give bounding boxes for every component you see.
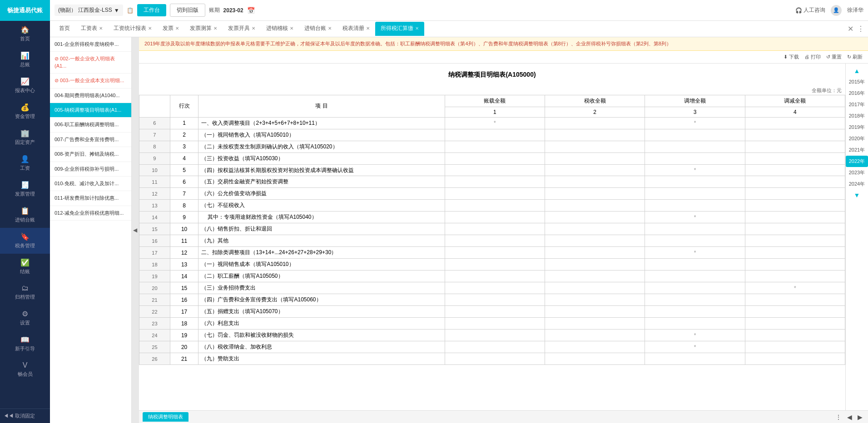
tab-payroll-close[interactable]: ✕ — [99, 26, 103, 31]
unpin-button[interactable]: ◀◀ 取消固定 — [0, 408, 50, 423]
table-container[interactable]: 纳税调整项目明细表(A105000) 全额单位：元 — [139, 64, 845, 411]
print-button[interactable]: 🖨 打印 — [804, 54, 821, 60]
table-row: 11 6 （五）交易性金融资产初始投资调整 — [139, 176, 845, 188]
workbench-button[interactable]: 工作台 — [137, 4, 166, 16]
left-panel-item-005[interactable]: 005-纳税调整项目明细表(A1... — [50, 103, 131, 118]
year-item-2021[interactable]: 2021年 — [846, 144, 868, 156]
sidebar-item-report-center[interactable]: 📈 报表中心 — [0, 73, 50, 98]
left-panel-item-010[interactable]: 010-免税、减计收入及加计... — [50, 177, 131, 191]
scroll-right-icon[interactable]: ▶ — [856, 413, 864, 422]
year-down-arrow[interactable]: ▼ — [852, 190, 862, 201]
row-v4-9 — [745, 212, 845, 223]
tab-payroll-report-close[interactable]: ✕ — [148, 26, 152, 31]
tab-invoice-calc[interactable]: 发票测算 ✕ — [184, 22, 223, 36]
tab-income-tax-close[interactable]: ✕ — [415, 26, 419, 31]
main-content: (物副） 江西股金-LSS ▼ 📋 工作台 切到旧版 账期 2023-02 📅 … — [50, 0, 868, 423]
download-button[interactable]: ⬇ 下载 — [784, 54, 799, 60]
left-panel-item-001[interactable]: 001-企业所得税年度纳税申... — [50, 37, 131, 52]
left-panel-item-009[interactable]: 009-企业所得税弥补亏损明... — [50, 162, 131, 177]
year-item-2024[interactable]: 2024年 — [846, 178, 868, 190]
year-item-2020[interactable]: 2020年 — [846, 133, 868, 144]
row-v4-15: * — [745, 282, 845, 294]
tab-invoice-close[interactable]: ✕ — [175, 26, 179, 31]
left-panel-item-012[interactable]: 012-减免企业所得税优惠明细... — [50, 206, 131, 221]
left-panel-item-007[interactable]: 007-广告费和业务宣传费明... — [50, 133, 131, 147]
left-panel-item-004[interactable]: 004-期间费用明细表(A1040... — [50, 89, 131, 103]
switch-old-button[interactable]: 切到旧版 — [170, 4, 205, 17]
tab-purchase-audit-close[interactable]: ✕ — [290, 26, 293, 31]
row-v2-11 — [545, 235, 645, 247]
reset-button[interactable]: ↺ 重置 — [826, 54, 842, 60]
tab-invoice-calc-close[interactable]: ✕ — [213, 26, 217, 31]
row-v1-13 — [445, 259, 545, 271]
spreadsheet-area: 2019年度涉及取以前年度继续数据的申报表单元格需要手工维护正确，才能保证本年及… — [139, 37, 868, 423]
year-item-2016[interactable]: 2016年 — [846, 88, 868, 99]
sidebar-item-general-ledger[interactable]: 📊 总账 — [0, 47, 50, 73]
tab-invoice-calc-label: 发票测算 — [190, 25, 212, 32]
sidebar-item-archive-mgmt[interactable]: 🗂 归档管理 — [0, 280, 50, 305]
row-item-6: （五）交易性金融资产初始投资调整 — [198, 176, 445, 188]
panel-toggle[interactable]: ◀ — [132, 37, 139, 423]
col-sub-4: 4 — [745, 107, 845, 117]
left-panel-item-002[interactable]: ⊘ 002-一般企业收入明细表(A1... — [50, 52, 131, 74]
left-panel-item-006[interactable]: 006-职工薪酬纳税调整明细... — [50, 118, 131, 132]
sidebar-item-settlement[interactable]: ✅ 结账 — [0, 254, 50, 280]
sidebar-item-new-guide[interactable]: 📖 新手引导 — [0, 331, 50, 357]
left-panel-item-008[interactable]: 008-资产折旧、摊销及纳税... — [50, 147, 131, 162]
more-icon[interactable]: ⋮ — [857, 25, 864, 33]
year-item-2019[interactable]: 2019年 — [846, 122, 868, 133]
tab-tax-list-close[interactable]: ✕ — [366, 26, 370, 31]
left-panel-item-011[interactable]: 011-研发费用加计扣除优惠... — [50, 191, 131, 206]
home-icon: 🏠 — [20, 25, 30, 34]
scroll-left-icon[interactable]: ◀ — [845, 413, 854, 422]
tab-purchase-ledger[interactable]: 进销台账 ✕ — [299, 22, 337, 36]
tab-purchase-ledger-close[interactable]: ✕ — [328, 26, 332, 31]
scroll-left-btn[interactable]: ⋮ — [833, 413, 843, 422]
tab-payroll-report-label: 工资统计报表 — [114, 25, 146, 32]
year-item-2015[interactable]: 2015年 — [846, 76, 868, 88]
sidebar-item-payroll[interactable]: 👤 工资 — [0, 150, 50, 176]
sidebar-item-home[interactable]: 🏠 首页 — [0, 21, 50, 47]
row-item-15: （三）业务招待费支出 — [198, 282, 445, 294]
col-sub-1: 1 — [445, 107, 545, 117]
tab-purchase-audit[interactable]: 进销稽核 ✕ — [261, 22, 299, 36]
tab-invoice-open[interactable]: 发票开具 ✕ — [223, 22, 261, 36]
row-v4-18 — [745, 318, 845, 330]
tab-payroll[interactable]: 工资表 ✕ — [75, 22, 108, 36]
company-selector[interactable]: (物副） 江西股金-LSS ▼ — [55, 5, 123, 16]
table-row: 6 1 一、收入类调整项目（2+3+4+5+6+7+8+10+11） * * — [139, 117, 845, 129]
content-area: 001-企业所得税年度纳税申... ⊘ 002-一般企业收入明细表(A1... … — [50, 37, 868, 423]
sidebar-item-vip[interactable]: V 畅会员 — [0, 357, 50, 382]
sidebar-item-settings[interactable]: ⚙ 设置 — [0, 305, 50, 331]
table-title-row: 纳税调整项目明细表(A105000) — [139, 67, 845, 83]
tab-invoice[interactable]: 发票 ✕ — [157, 22, 184, 36]
year-item-2018[interactable]: 2018年 — [846, 110, 868, 122]
sidebar-item-asset-mgmt[interactable]: 💰 资金管理 — [0, 98, 50, 124]
year-item-2022[interactable]: 2022年 — [846, 156, 868, 167]
sidebar-item-invoice-mgmt[interactable]: 🧾 发票管理 — [0, 176, 50, 202]
row-v3-20: * — [645, 341, 745, 353]
row-v3-5: * — [645, 164, 745, 176]
sidebar-item-purchase-ledger[interactable]: 📋 进销台账 — [0, 202, 50, 228]
close-all-icon[interactable]: ✕ — [848, 25, 853, 33]
bottom-tab-main[interactable]: 纳税调整明细表 — [143, 412, 188, 422]
calendar-icon[interactable]: 📅 — [247, 7, 255, 14]
year-item-2023[interactable]: 2023年 — [846, 167, 868, 178]
table-row: 19 14 （二）职工薪酬（填写A105050） — [139, 271, 845, 282]
row-v3-10 — [645, 223, 745, 235]
tab-payroll-report[interactable]: 工资统计报表 ✕ — [108, 22, 157, 36]
row-v4-3 — [745, 141, 845, 152]
tab-tax-list[interactable]: 税表清册 ✕ — [337, 22, 375, 36]
tab-income-tax[interactable]: 所得税汇算缴 ✕ — [375, 22, 424, 36]
tab-home[interactable]: 首页 — [54, 22, 75, 36]
year-up-arrow[interactable]: ▲ — [852, 65, 862, 76]
refresh-button[interactable]: ↻ 刷新 — [847, 54, 863, 60]
year-item-2017[interactable]: 2017年 — [846, 99, 868, 110]
sidebar-item-tax-mgmt[interactable]: 🔖 税务管理 — [0, 228, 50, 254]
copy-icon: 📋 — [127, 7, 134, 14]
left-panel-item-003[interactable]: ⊘ 003-一般企业成本支出明细... — [50, 74, 131, 88]
tab-invoice-open-close[interactable]: ✕ — [252, 26, 255, 31]
row-index-18: 18 — [139, 259, 170, 271]
consult-button[interactable]: 🎧 人工咨询 — [795, 6, 825, 14]
sidebar-item-fixed-assets[interactable]: 🏢 固定资产 — [0, 124, 50, 150]
